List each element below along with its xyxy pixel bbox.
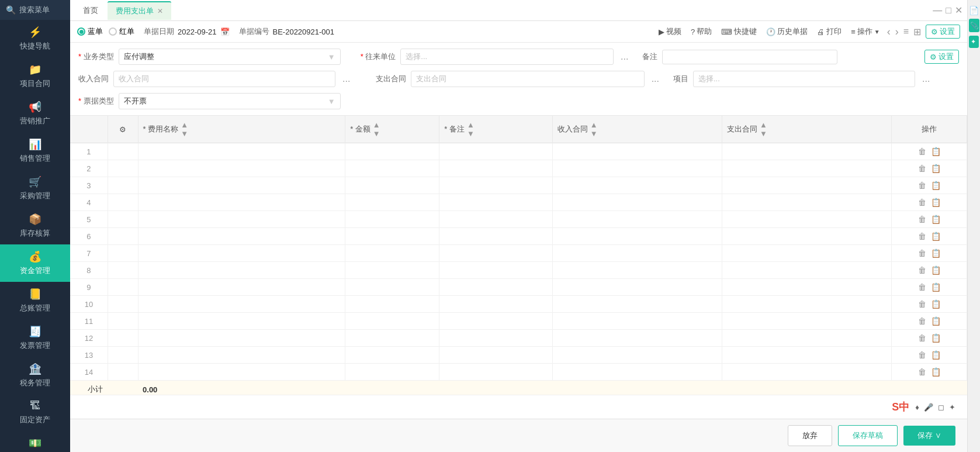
- copy-icon[interactable]: 📋: [931, 215, 941, 224]
- th-expense-contract[interactable]: 支出合同 ▲▼: [722, 116, 891, 143]
- radio-blue[interactable]: 蓝单: [77, 26, 103, 37]
- table-row[interactable]: 5 🗑 📋: [70, 211, 967, 228]
- income-contract-cell[interactable]: [552, 211, 722, 228]
- expense-contract-cell[interactable]: [722, 364, 891, 381]
- expense-name-cell[interactable]: [138, 296, 345, 313]
- expense-contract-cell[interactable]: [722, 211, 891, 228]
- note-cell[interactable]: [439, 313, 552, 330]
- sidebar-item-sales[interactable]: 📊 销售管理: [0, 132, 70, 170]
- table-row[interactable]: 13 🗑 📋: [70, 347, 967, 364]
- income-contract-more-btn[interactable]: ...: [340, 74, 352, 84]
- th-note[interactable]: * 备注 ▲▼: [439, 116, 552, 143]
- income-contract-cell[interactable]: [552, 364, 722, 381]
- amount-cell[interactable]: [345, 177, 439, 194]
- income-contract-cell[interactable]: [552, 143, 722, 160]
- print-btn[interactable]: 🖨 打印: [815, 25, 844, 38]
- copy-icon[interactable]: 📋: [931, 198, 941, 207]
- help-btn[interactable]: ? 帮助: [688, 25, 714, 38]
- delete-icon[interactable]: 🗑: [918, 265, 926, 275]
- sidebar-item-tax[interactable]: 🏦 税务管理: [0, 357, 70, 394]
- amount-cell[interactable]: [345, 194, 439, 211]
- copy-icon[interactable]: 📋: [931, 181, 941, 190]
- income-contract-cell[interactable]: [552, 262, 722, 279]
- note-cell[interactable]: [439, 262, 552, 279]
- copy-icon[interactable]: 📋: [931, 299, 941, 309]
- expense-contract-cell[interactable]: [722, 177, 891, 194]
- note-cell[interactable]: [439, 347, 552, 364]
- table-row[interactable]: 12 🗑 📋: [70, 330, 967, 347]
- amount-cell[interactable]: [345, 143, 439, 160]
- expense-contract-cell[interactable]: [722, 228, 891, 245]
- income-contract-cell[interactable]: [552, 245, 722, 262]
- expense-name-cell[interactable]: [138, 143, 345, 160]
- copy-icon[interactable]: 📋: [931, 265, 941, 275]
- sidebar-item-project-contract[interactable]: 📁 项目合同: [0, 57, 70, 95]
- remark-input[interactable]: [662, 50, 837, 64]
- table-row[interactable]: 7 🗑 📋: [70, 245, 967, 262]
- note-cell[interactable]: [439, 296, 552, 313]
- sidebar-item-payroll[interactable]: 💵 工资: [0, 431, 70, 452]
- copy-icon[interactable]: 📋: [931, 350, 941, 360]
- delete-icon[interactable]: 🗑: [918, 249, 926, 258]
- table-row[interactable]: 11 🗑 📋: [70, 313, 967, 330]
- amount-cell[interactable]: [345, 262, 439, 279]
- note-cell[interactable]: [439, 245, 552, 262]
- expense-contract-cell[interactable]: [722, 330, 891, 347]
- expense-name-cell[interactable]: [138, 279, 345, 296]
- expense-name-cell[interactable]: [138, 364, 345, 381]
- expense-contract-cell[interactable]: [722, 296, 891, 313]
- sidebar-item-quick-nav[interactable]: ⚡ 快捷导航: [0, 20, 70, 57]
- sidebar-item-procurement[interactable]: 🛒 采购管理: [0, 170, 70, 207]
- amount-cell[interactable]: [345, 313, 439, 330]
- form-settings-btn[interactable]: ⚙ 设置: [924, 50, 959, 64]
- sidebar-search[interactable]: 🔍 搜索菜单: [0, 0, 70, 20]
- expense-contract-more-btn[interactable]: ...: [649, 74, 662, 84]
- date-value[interactable]: 2022-09-21: [178, 27, 217, 36]
- video-btn[interactable]: ▶ 视频: [656, 25, 684, 38]
- delete-icon[interactable]: 🗑: [918, 282, 926, 292]
- income-contract-cell[interactable]: [552, 330, 722, 347]
- delete-icon[interactable]: 🗑: [918, 147, 926, 156]
- income-contract-cell[interactable]: [552, 279, 722, 296]
- note-cell[interactable]: [439, 364, 552, 381]
- nav-prev-btn[interactable]: ‹: [887, 26, 891, 38]
- note-cell[interactable]: [439, 177, 552, 194]
- expense-contract-cell[interactable]: [722, 160, 891, 177]
- expense-contract-select[interactable]: 支出合同: [411, 71, 645, 87]
- save-button[interactable]: 保存 ∨: [903, 426, 955, 446]
- tab-expense[interactable]: 费用支出单 ✕: [108, 1, 171, 20]
- delete-icon[interactable]: 🗑: [918, 198, 926, 207]
- shortcut-btn[interactable]: ⌨ 快捷键: [719, 25, 759, 38]
- expense-name-cell[interactable]: [138, 262, 345, 279]
- history-btn[interactable]: 🕐 历史单据: [764, 25, 810, 38]
- expense-name-cell[interactable]: [138, 313, 345, 330]
- amount-cell[interactable]: [345, 211, 439, 228]
- discard-button[interactable]: 放弃: [788, 425, 832, 446]
- right-panel-green-tab[interactable]: ✦: [969, 36, 979, 48]
- amount-cell[interactable]: [345, 364, 439, 381]
- nav-next-btn[interactable]: ›: [895, 26, 899, 38]
- delete-icon[interactable]: 🗑: [918, 299, 926, 309]
- table-row[interactable]: 9 🗑 📋: [70, 279, 967, 296]
- table-row[interactable]: 6 🗑 📋: [70, 228, 967, 245]
- amount-cell[interactable]: [345, 245, 439, 262]
- copy-icon[interactable]: 📋: [931, 316, 941, 326]
- amount-cell[interactable]: [345, 279, 439, 296]
- window-minimize[interactable]: —: [933, 5, 942, 16]
- expense-name-cell[interactable]: [138, 330, 345, 347]
- invoice-type-select[interactable]: 不开票 ▼: [119, 93, 341, 109]
- table-row[interactable]: 14 🗑 📋: [70, 364, 967, 381]
- view-grid-btn[interactable]: ⊞: [913, 26, 921, 37]
- note-cell[interactable]: [439, 143, 552, 160]
- copy-icon[interactable]: 📋: [931, 249, 941, 258]
- right-panel-doc-icon[interactable]: 📄: [969, 6, 979, 15]
- delete-icon[interactable]: 🗑: [918, 181, 926, 190]
- expense-name-cell[interactable]: [138, 177, 345, 194]
- table-row[interactable]: 8 🗑 📋: [70, 262, 967, 279]
- operation-btn[interactable]: ≡ 操作 ▼: [849, 25, 882, 38]
- expense-name-cell[interactable]: [138, 245, 345, 262]
- table-row[interactable]: 1 🗑 📋: [70, 143, 967, 160]
- window-close[interactable]: ✕: [955, 5, 962, 16]
- note-cell[interactable]: [439, 160, 552, 177]
- right-panel-clip-icon[interactable]: 📎: [969, 19, 979, 32]
